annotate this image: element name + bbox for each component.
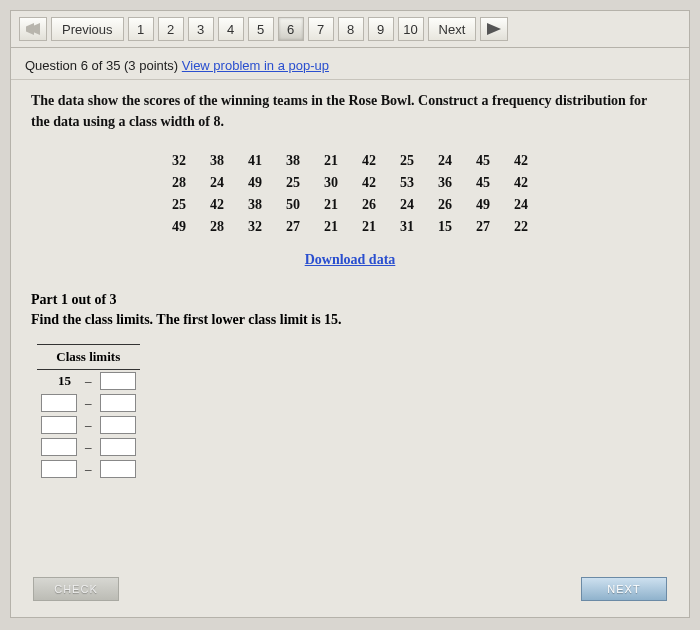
data-cell: 45: [464, 172, 502, 194]
data-cell: 28: [160, 172, 198, 194]
page-button-10[interactable]: 10: [398, 17, 424, 41]
data-cell: 26: [426, 194, 464, 216]
question-header: Question 6 of 35 (3 points) View problem…: [11, 48, 689, 80]
dash-separator: –: [81, 458, 96, 480]
upper-limit-input[interactable]: [100, 416, 136, 434]
data-cell: 21: [312, 150, 350, 172]
data-cell: 49: [464, 194, 502, 216]
pagination-bar: Previous 12345678910 Next: [11, 11, 689, 48]
data-cell: 21: [312, 216, 350, 238]
data-cell: 49: [236, 172, 274, 194]
limits-row: –: [37, 414, 140, 436]
question-prompt: The data show the scores of the winning …: [31, 90, 669, 132]
lower-limit-input[interactable]: [41, 394, 77, 412]
page-button-2[interactable]: 2: [158, 17, 184, 41]
bottom-bar: CHECK NEXT: [11, 565, 689, 617]
first-lower-limit: 15: [47, 373, 71, 389]
data-row: 25423850212624264924: [160, 194, 540, 216]
page-button-3[interactable]: 3: [188, 17, 214, 41]
upper-limit-input[interactable]: [100, 394, 136, 412]
page-button-9[interactable]: 9: [368, 17, 394, 41]
data-cell: 27: [464, 216, 502, 238]
data-cell: 27: [274, 216, 312, 238]
data-cell: 42: [502, 150, 540, 172]
next-part-button[interactable]: NEXT: [581, 577, 667, 601]
limits-row: –: [37, 436, 140, 458]
lower-limit-input[interactable]: [41, 416, 77, 434]
class-limits-table: Class limits 15–––––: [37, 344, 140, 480]
data-cell: 24: [388, 194, 426, 216]
next-button[interactable]: Next: [428, 17, 477, 41]
part-instruction: Find the class limits. The first lower c…: [31, 312, 669, 328]
lower-limit-input[interactable]: [41, 460, 77, 478]
data-cell: 21: [312, 194, 350, 216]
page-button-8[interactable]: 8: [338, 17, 364, 41]
data-cell: 30: [312, 172, 350, 194]
upper-limit-input[interactable]: [100, 438, 136, 456]
data-cell: 28: [198, 216, 236, 238]
check-button[interactable]: CHECK: [33, 577, 119, 601]
data-cell: 31: [388, 216, 426, 238]
data-cell: 38: [198, 150, 236, 172]
question-counter: Question 6 of 35 (3 points): [25, 58, 182, 73]
data-cell: 15: [426, 216, 464, 238]
data-cell: 26: [350, 194, 388, 216]
data-cell: 24: [426, 150, 464, 172]
data-cell: 42: [350, 172, 388, 194]
data-cell: 42: [350, 150, 388, 172]
lower-limit-input[interactable]: [41, 438, 77, 456]
data-cell: 38: [274, 150, 312, 172]
data-cell: 21: [350, 216, 388, 238]
page-button-1[interactable]: 1: [128, 17, 154, 41]
data-cell: 24: [502, 194, 540, 216]
data-cell: 41: [236, 150, 274, 172]
data-cell: 45: [464, 150, 502, 172]
upper-limit-input[interactable]: [100, 460, 136, 478]
download-data-link[interactable]: Download data: [305, 252, 396, 267]
data-cell: 42: [502, 172, 540, 194]
page-button-5[interactable]: 5: [248, 17, 274, 41]
data-cell: 42: [198, 194, 236, 216]
data-cell: 53: [388, 172, 426, 194]
data-cell: 32: [236, 216, 274, 238]
page-button-6[interactable]: 6: [278, 17, 304, 41]
limits-row: –: [37, 392, 140, 414]
page-button-4[interactable]: 4: [218, 17, 244, 41]
data-cell: 32: [160, 150, 198, 172]
dash-separator: –: [81, 414, 96, 436]
data-row: 28244925304253364542: [160, 172, 540, 194]
data-cell: 50: [274, 194, 312, 216]
next-arrow-icon[interactable]: [480, 17, 508, 41]
data-table: 3238413821422524454228244925304253364542…: [160, 150, 540, 238]
part-label: Part 1 out of 3: [31, 292, 669, 308]
data-cell: 38: [236, 194, 274, 216]
data-row: 32384138214225244542: [160, 150, 540, 172]
data-cell: 24: [198, 172, 236, 194]
view-popup-link[interactable]: View problem in a pop-up: [182, 58, 329, 73]
data-cell: 36: [426, 172, 464, 194]
upper-limit-input[interactable]: [100, 372, 136, 390]
dash-separator: –: [81, 436, 96, 458]
prev-arrow-icon[interactable]: [19, 17, 47, 41]
limits-row: 15–: [37, 370, 140, 393]
data-cell: 22: [502, 216, 540, 238]
data-cell: 25: [160, 194, 198, 216]
data-row: 49283227212131152722: [160, 216, 540, 238]
previous-button[interactable]: Previous: [51, 17, 124, 41]
limits-row: –: [37, 458, 140, 480]
limits-header: Class limits: [37, 345, 140, 370]
dash-separator: –: [81, 392, 96, 414]
dash-separator: –: [81, 370, 96, 393]
data-cell: 49: [160, 216, 198, 238]
data-cell: 25: [274, 172, 312, 194]
data-cell: 25: [388, 150, 426, 172]
page-button-7[interactable]: 7: [308, 17, 334, 41]
